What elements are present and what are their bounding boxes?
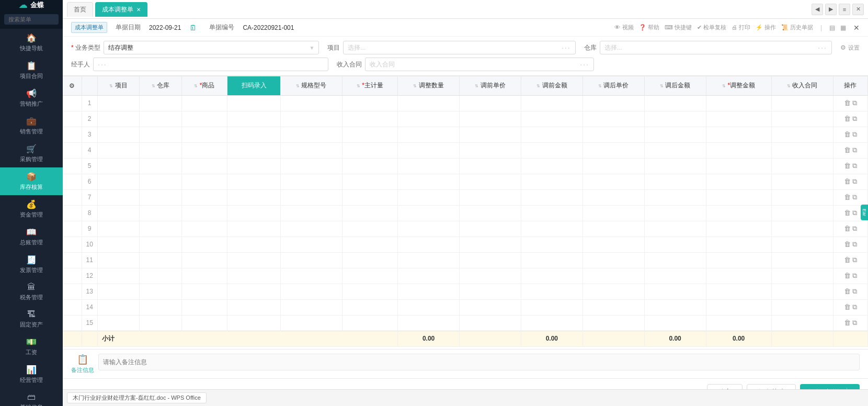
row-project[interactable] bbox=[97, 127, 139, 142]
row-spec[interactable] bbox=[280, 315, 342, 331]
row-warehouse[interactable] bbox=[140, 174, 181, 189]
sidebar-item-invoice[interactable]: 🧾发票管理 bbox=[0, 251, 63, 278]
row-copy-icon[interactable]: ⧉ bbox=[852, 319, 857, 326]
row-project[interactable] bbox=[97, 205, 139, 221]
row-delete-icon[interactable]: 🗑 bbox=[844, 224, 851, 232]
row-scan[interactable] bbox=[227, 299, 281, 315]
row-adjust-amount[interactable] bbox=[706, 205, 771, 221]
income-contract-input[interactable]: 收入合同 ··· bbox=[365, 58, 594, 71]
row-spec[interactable] bbox=[280, 95, 342, 111]
adjust-amount-sort[interactable]: ⇅ bbox=[722, 84, 726, 88]
row-adjust-qty[interactable] bbox=[398, 315, 460, 331]
row-before-price[interactable] bbox=[460, 174, 521, 189]
row-product[interactable] bbox=[181, 299, 227, 315]
row-before-amount[interactable] bbox=[521, 189, 583, 205]
tab-next-btn[interactable]: ▶ bbox=[825, 4, 837, 15]
row-after-amount[interactable] bbox=[644, 252, 706, 268]
row-income-contract[interactable] bbox=[771, 221, 833, 236]
row-unit[interactable] bbox=[342, 142, 397, 158]
row-project[interactable] bbox=[97, 158, 139, 174]
row-before-price[interactable] bbox=[460, 221, 521, 236]
row-adjust-qty[interactable] bbox=[398, 284, 460, 299]
row-product[interactable] bbox=[181, 158, 227, 174]
row-after-price[interactable] bbox=[583, 284, 644, 299]
row-warehouse[interactable] bbox=[140, 221, 181, 236]
row-scan[interactable] bbox=[227, 315, 281, 331]
row-before-price[interactable] bbox=[460, 252, 521, 268]
row-adjust-qty[interactable] bbox=[398, 221, 460, 236]
check-action[interactable]: ✔ 检单复核 bbox=[697, 24, 726, 31]
row-income-contract[interactable] bbox=[771, 111, 833, 127]
shortcut-action[interactable]: ⌨ 快捷键 bbox=[665, 24, 692, 31]
row-adjust-amount[interactable] bbox=[706, 95, 771, 111]
row-product[interactable] bbox=[181, 236, 227, 252]
row-delete-icon[interactable]: 🗑 bbox=[844, 115, 851, 122]
row-after-price[interactable] bbox=[583, 268, 644, 284]
sidebar-item-finance[interactable]: 💰资金管理 bbox=[0, 195, 63, 223]
row-scan[interactable] bbox=[227, 284, 281, 299]
row-delete-icon[interactable]: 🗑 bbox=[844, 146, 851, 154]
sidebar-item-basic[interactable]: 🗃基础信息 bbox=[0, 388, 63, 406]
row-income-contract[interactable] bbox=[771, 174, 833, 189]
row-adjust-amount[interactable] bbox=[706, 221, 771, 236]
row-before-amount[interactable] bbox=[521, 142, 583, 158]
row-copy-icon[interactable]: ⧉ bbox=[852, 272, 857, 279]
row-copy-icon[interactable]: ⧉ bbox=[852, 193, 857, 201]
row-delete-icon[interactable]: 🗑 bbox=[844, 162, 851, 170]
row-after-price[interactable] bbox=[583, 158, 644, 174]
row-unit[interactable] bbox=[342, 127, 397, 142]
row-delete-icon[interactable]: 🗑 bbox=[844, 287, 851, 295]
row-before-price[interactable] bbox=[460, 236, 521, 252]
row-unit[interactable] bbox=[342, 284, 397, 299]
row-adjust-qty[interactable] bbox=[398, 236, 460, 252]
row-after-price[interactable] bbox=[583, 111, 644, 127]
row-scan[interactable] bbox=[227, 221, 281, 236]
warehouse-sort[interactable]: ⇅ bbox=[152, 84, 155, 88]
row-before-amount[interactable] bbox=[521, 174, 583, 189]
product-sort[interactable]: ⇅ bbox=[194, 84, 198, 88]
row-project[interactable] bbox=[97, 299, 139, 315]
row-delete-icon[interactable]: 🗑 bbox=[844, 319, 851, 326]
row-after-amount[interactable] bbox=[644, 174, 706, 189]
row-project[interactable] bbox=[97, 315, 139, 331]
row-scan[interactable] bbox=[227, 236, 281, 252]
print-action[interactable]: 🖨 打印 bbox=[732, 24, 750, 31]
row-product[interactable] bbox=[181, 221, 227, 236]
row-after-amount[interactable] bbox=[644, 236, 706, 252]
row-before-amount[interactable] bbox=[521, 268, 583, 284]
row-product[interactable] bbox=[181, 95, 227, 111]
row-after-amount[interactable] bbox=[644, 299, 706, 315]
row-adjust-qty[interactable] bbox=[398, 95, 460, 111]
row-adjust-amount[interactable] bbox=[706, 252, 771, 268]
row-before-amount[interactable] bbox=[521, 236, 583, 252]
row-after-price[interactable] bbox=[583, 252, 644, 268]
row-project[interactable] bbox=[97, 189, 139, 205]
row-warehouse[interactable] bbox=[140, 205, 181, 221]
row-adjust-amount[interactable] bbox=[706, 284, 771, 299]
tab-close-all-btn[interactable]: ✕ bbox=[852, 4, 864, 15]
row-adjust-qty[interactable] bbox=[398, 252, 460, 268]
before-amount-sort[interactable]: ⇅ bbox=[536, 84, 540, 88]
row-scan[interactable] bbox=[227, 127, 281, 142]
row-income-contract[interactable] bbox=[771, 127, 833, 142]
row-after-price[interactable] bbox=[583, 174, 644, 189]
row-product[interactable] bbox=[181, 189, 227, 205]
row-adjust-qty[interactable] bbox=[398, 111, 460, 127]
sidebar-item-sales[interactable]: 💼销售管理 bbox=[0, 112, 63, 140]
after-amount-sort[interactable]: ⇅ bbox=[660, 84, 664, 88]
row-spec[interactable] bbox=[280, 111, 342, 127]
row-delete-icon[interactable]: 🗑 bbox=[844, 99, 851, 107]
tab-home[interactable]: 首页 bbox=[67, 2, 93, 17]
row-unit[interactable] bbox=[342, 205, 397, 221]
sidebar-item-marketing[interactable]: 📢营销推广 bbox=[0, 84, 63, 112]
row-warehouse[interactable] bbox=[140, 111, 181, 127]
row-scan[interactable] bbox=[227, 95, 281, 111]
row-after-amount[interactable] bbox=[644, 221, 706, 236]
row-product[interactable] bbox=[181, 268, 227, 284]
row-adjust-qty[interactable] bbox=[398, 299, 460, 315]
row-before-amount[interactable] bbox=[521, 158, 583, 174]
row-delete-icon[interactable]: 🗑 bbox=[844, 177, 851, 185]
row-income-contract[interactable] bbox=[771, 268, 833, 284]
row-unit[interactable] bbox=[342, 111, 397, 127]
row-unit[interactable] bbox=[342, 268, 397, 284]
